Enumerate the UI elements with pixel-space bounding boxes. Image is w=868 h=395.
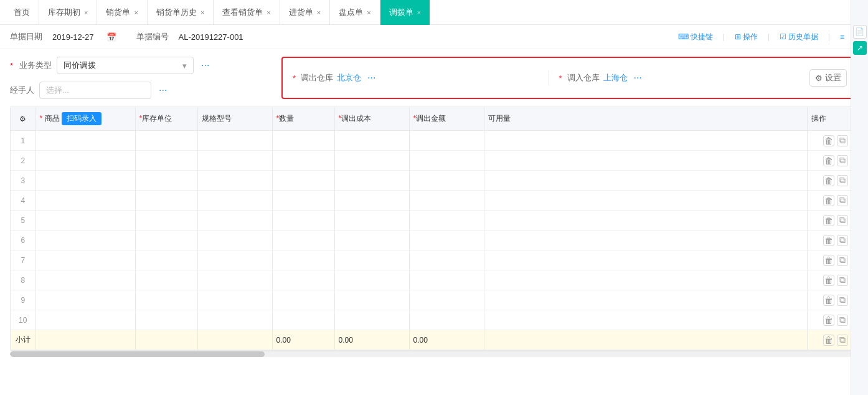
unit-cell[interactable]	[135, 171, 197, 191]
tab-close-stocktake[interactable]: ×	[367, 9, 370, 16]
cost-cell[interactable]	[334, 211, 409, 231]
sidebar-expand-btn[interactable]: ↗	[853, 41, 867, 55]
settings-button[interactable]: ⚙ 设置	[809, 69, 847, 87]
spec-cell[interactable]	[197, 131, 272, 151]
amount-cell[interactable]	[409, 211, 484, 231]
tab-close-transfer[interactable]: ×	[417, 9, 421, 16]
date-value[interactable]: 2019-12-27	[52, 32, 94, 42]
amount-cell[interactable]	[409, 131, 484, 151]
tab-close-purchase[interactable]: ×	[317, 9, 321, 16]
product-cell[interactable]	[35, 131, 135, 151]
unit-cell[interactable]	[135, 270, 197, 290]
unit-cell[interactable]	[135, 211, 197, 231]
spec-cell[interactable]	[197, 211, 272, 231]
qty-cell[interactable]	[272, 171, 334, 191]
operations-btn[interactable]: ⊞ 操作	[735, 32, 758, 42]
sidebar-doc-btn[interactable]: 📄	[853, 25, 867, 39]
history-btn[interactable]: ☑ 历史单据	[780, 32, 818, 42]
product-cell[interactable]	[35, 250, 135, 270]
tab-close-sales-history[interactable]: ×	[200, 9, 204, 16]
qty-cell[interactable]	[272, 310, 334, 330]
qty-cell[interactable]	[272, 250, 334, 270]
copy-icon[interactable]: ⧉	[837, 195, 848, 206]
amount-cell[interactable]	[409, 310, 484, 330]
delete-icon[interactable]: 🗑	[823, 175, 834, 186]
tab-inventory-init[interactable]: 库存期初 ×	[39, 0, 97, 25]
product-cell[interactable]	[35, 231, 135, 250]
copy-icon[interactable]: ⧉	[837, 175, 848, 186]
copy-icon[interactable]: ⧉	[837, 255, 848, 266]
tab-home[interactable]: 首页	[5, 0, 39, 25]
business-type-select[interactable]: 同价调拨 ▾	[57, 57, 194, 74]
spec-cell[interactable]	[197, 270, 272, 290]
amount-cell[interactable]	[409, 250, 484, 270]
product-cell[interactable]	[35, 211, 135, 231]
shortcuts-btn[interactable]: ⌨ 快捷键	[678, 32, 713, 42]
copy-icon[interactable]: ⧉	[837, 275, 848, 286]
delete-icon[interactable]: 🗑	[823, 235, 834, 246]
unit-cell[interactable]	[135, 290, 197, 310]
delete-icon[interactable]: 🗑	[823, 135, 834, 146]
spec-cell[interactable]	[197, 171, 272, 191]
amount-cell[interactable]	[409, 290, 484, 310]
scroll-thumb[interactable]	[10, 351, 265, 357]
product-cell[interactable]	[35, 151, 135, 171]
tab-view-sales[interactable]: 查看销货单 ×	[214, 0, 280, 25]
tab-close-view-sales[interactable]: ×	[267, 9, 270, 16]
cost-cell[interactable]	[334, 151, 409, 171]
qty-cell[interactable]	[272, 270, 334, 290]
copy-icon[interactable]: ⧉	[837, 155, 848, 166]
product-cell[interactable]	[35, 171, 135, 191]
target-warehouse-more-btn[interactable]: ···	[631, 72, 644, 83]
spec-cell[interactable]	[197, 231, 272, 250]
delete-icon[interactable]: 🗑	[823, 295, 834, 306]
copy-icon[interactable]: ⧉	[837, 235, 848, 246]
amount-cell[interactable]	[409, 171, 484, 191]
product-cell[interactable]	[35, 290, 135, 310]
scan-barcode-button[interactable]: 扫码录入	[62, 112, 101, 125]
tab-sales-order[interactable]: 销货单 ×	[97, 0, 147, 25]
qty-cell[interactable]	[272, 151, 334, 171]
layout-btn1[interactable]: ≡	[840, 32, 844, 41]
handler-more-btn[interactable]: ···	[156, 85, 169, 96]
copy-icon[interactable]: ⧉	[837, 135, 848, 146]
cost-cell[interactable]	[334, 191, 409, 211]
qty-cell[interactable]	[272, 131, 334, 151]
copy-icon[interactable]: ⧉	[837, 215, 848, 226]
qty-cell[interactable]	[272, 290, 334, 310]
spec-cell[interactable]	[197, 151, 272, 171]
unit-cell[interactable]	[135, 151, 197, 171]
cost-cell[interactable]	[334, 171, 409, 191]
delete-icon[interactable]: 🗑	[823, 315, 834, 326]
spec-cell[interactable]	[197, 191, 272, 211]
tab-stocktake[interactable]: 盘点单 ×	[330, 0, 380, 25]
handler-input[interactable]: 选择...	[39, 82, 151, 99]
cost-cell[interactable]	[334, 270, 409, 290]
cost-cell[interactable]	[334, 250, 409, 270]
unit-cell[interactable]	[135, 250, 197, 270]
product-cell[interactable]	[35, 191, 135, 211]
delete-icon[interactable]: 🗑	[823, 215, 834, 226]
cost-cell[interactable]	[334, 310, 409, 330]
delete-icon[interactable]: 🗑	[823, 255, 834, 266]
cost-cell[interactable]	[334, 290, 409, 310]
unit-cell[interactable]	[135, 310, 197, 330]
source-warehouse-value[interactable]: 北京仓	[337, 72, 361, 83]
delete-icon[interactable]: 🗑	[823, 335, 834, 346]
calendar-icon[interactable]: 📅	[106, 32, 116, 42]
horizontal-scrollbar[interactable]	[10, 351, 858, 357]
unit-cell[interactable]	[135, 131, 197, 151]
qty-cell[interactable]	[272, 191, 334, 211]
tab-purchase[interactable]: 进货单 ×	[280, 0, 330, 25]
source-warehouse-more-btn[interactable]: ···	[365, 72, 378, 83]
cost-cell[interactable]	[334, 131, 409, 151]
tab-transfer[interactable]: 调拨单 ×	[380, 0, 430, 25]
delete-icon[interactable]: 🗑	[823, 195, 834, 206]
qty-cell[interactable]	[272, 231, 334, 250]
amount-cell[interactable]	[409, 191, 484, 211]
target-warehouse-value[interactable]: 上海仓	[603, 72, 628, 83]
business-type-more-btn[interactable]: ···	[199, 60, 212, 71]
tab-sales-history[interactable]: 销货单历史 ×	[148, 0, 214, 25]
spec-cell[interactable]	[197, 290, 272, 310]
amount-cell[interactable]	[409, 231, 484, 250]
